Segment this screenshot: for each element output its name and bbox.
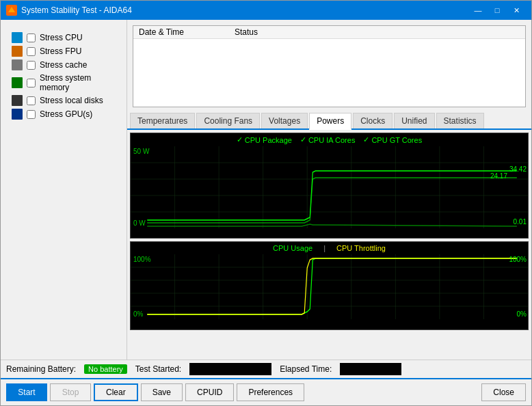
start-button[interactable]: Start — [6, 383, 47, 401]
legend-cpu-usage-label: CPU Usage — [273, 244, 312, 252]
upper-y-bottom: 0 W — [133, 219, 146, 227]
stress-cache-checkbox[interactable] — [27, 61, 36, 70]
log-area: Date & Time Status — [133, 25, 526, 107]
log-status-header: Status — [235, 27, 258, 37]
legend-separator: | — [321, 244, 328, 252]
tab-temperatures[interactable]: Temperatures — [130, 113, 195, 128]
upper-chart-canvas: 50 W 0 W — [131, 146, 528, 228]
legend-cpu-throttling: CPU Throttling — [336, 244, 386, 252]
stress-disk-row: Stress local disks — [12, 94, 116, 107]
legend-cpu-gt-cores-label: CPU GT Cores — [371, 136, 422, 144]
tab-unified[interactable]: Unified — [394, 113, 434, 128]
lower-value-top: 100% — [509, 256, 527, 263]
log-header: Date & Time Status — [133, 26, 525, 39]
elapsed-time-value — [340, 363, 401, 375]
stress-cpu-row: Stress CPU — [12, 31, 116, 44]
tab-powers[interactable]: Powers — [309, 113, 351, 130]
remaining-battery-label: Remaining Battery: — [6, 364, 76, 374]
test-started-value — [189, 363, 271, 375]
lower-y-top: 100% — [133, 256, 151, 263]
stress-disk-checkbox[interactable] — [27, 96, 36, 105]
tab-statistics[interactable]: Statistics — [436, 113, 484, 128]
maximize-button[interactable]: □ — [488, 3, 507, 17]
stress-cache-row: Stress cache — [12, 58, 116, 72]
mem-icon — [12, 77, 23, 88]
lower-chart-canvas: 100% 0% — [131, 254, 528, 319]
fpu-icon — [12, 46, 23, 57]
battery-value: No battery — [84, 364, 127, 374]
tab-cooling-fans[interactable]: Cooling Fans — [196, 113, 260, 128]
stress-fpu-label: Stress FPU — [40, 46, 81, 56]
legend-cpu-gt-cores: ✓ CPU GT Cores — [363, 135, 422, 144]
minimize-button[interactable]: — — [468, 3, 488, 17]
legend-cpu-usage: CPU Usage — [273, 244, 312, 252]
title-bar-controls: — □ ✕ — [468, 3, 526, 17]
cpuid-button[interactable]: CPUID — [185, 383, 234, 401]
right-panel: Date & Time Status Temperatures Cooling … — [127, 20, 531, 360]
stress-fpu-row: Stress FPU — [12, 44, 116, 58]
legend-cpu-package: ✓ CPU Package — [237, 135, 292, 144]
window-title: System Stability Test - AIDA64 — [21, 5, 132, 15]
legend-cpu-ia-cores: ✓ CPU IA Cores — [300, 135, 355, 144]
tab-voltages[interactable]: Voltages — [261, 113, 308, 128]
stress-cpu-label: Stress CPU — [40, 33, 83, 42]
lower-y-bottom: 0% — [133, 310, 143, 318]
preferences-button[interactable]: Preferences — [237, 383, 304, 401]
lower-value-bottom: 0% — [517, 310, 527, 318]
legend-cpu-throttling-label: CPU Throttling — [336, 244, 386, 252]
tab-bar: Temperatures Cooling Fans Voltages Power… — [127, 113, 531, 130]
title-bar: System Stability Test - AIDA64 — □ ✕ — [1, 1, 531, 20]
close-button[interactable]: Close — [481, 383, 526, 401]
log-date-header: Date & Time — [139, 27, 235, 37]
bottom-bar: Start Stop Clear Save CPUID Preferences … — [1, 378, 531, 405]
stop-button[interactable]: Stop — [50, 383, 91, 401]
stress-fpu-checkbox[interactable] — [27, 47, 36, 56]
app-icon — [6, 5, 17, 16]
title-bar-left: System Stability Test - AIDA64 — [6, 5, 132, 16]
stress-mem-label: Stress system memory — [40, 73, 116, 92]
left-panel: Stress CPU Stress FPU Stress cache Stres… — [1, 20, 127, 360]
clear-button[interactable]: Clear — [94, 383, 138, 401]
checkbox-list: Stress CPU Stress FPU Stress cache Stres… — [6, 25, 121, 126]
lower-chart: CPU Usage | CPU Throttling 100% 0% — [130, 241, 529, 330]
stress-gpu-label: Stress GPU(s) — [40, 109, 92, 119]
upper-value-top2: 24.17 — [490, 172, 507, 180]
upper-value-bottom: 0.01 — [514, 218, 527, 226]
panel-main: Stress CPU Stress FPU Stress cache Stres… — [1, 20, 531, 360]
elapsed-time-label: Elapsed Time: — [280, 364, 332, 374]
stress-disk-label: Stress local disks — [40, 96, 103, 105]
chart-area: ✓ CPU Package ✓ CPU IA Cores ✓ CPU GT Co… — [127, 130, 531, 360]
gpu-icon — [12, 109, 23, 120]
close-window-button[interactable]: ✕ — [507, 3, 526, 17]
svg-marker-0 — [8, 7, 15, 12]
disk-icon — [12, 95, 23, 106]
main-window: System Stability Test - AIDA64 — □ ✕ Str… — [0, 0, 532, 406]
stress-cache-label: Stress cache — [40, 60, 87, 70]
upper-chart-legend: ✓ CPU Package ✓ CPU IA Cores ✓ CPU GT Co… — [131, 133, 528, 146]
cache-icon — [12, 59, 23, 70]
stress-mem-row: Stress system memory — [12, 72, 116, 94]
tab-clocks[interactable]: Clocks — [353, 113, 393, 128]
stress-gpu-checkbox[interactable] — [27, 110, 36, 119]
legend-cpu-package-label: CPU Package — [245, 136, 292, 144]
lower-chart-legend: CPU Usage | CPU Throttling — [131, 242, 528, 254]
upper-y-top: 50 W — [133, 148, 149, 155]
status-bar: Remaining Battery: No battery Test Start… — [1, 360, 531, 378]
stress-cpu-checkbox[interactable] — [27, 33, 36, 42]
bottom-buttons-left: Start Stop Clear Save CPUID Preferences — [6, 383, 304, 401]
test-started-label: Test Started: — [135, 364, 181, 374]
stress-gpu-row: Stress GPU(s) — [12, 107, 116, 121]
legend-cpu-ia-cores-label: CPU IA Cores — [308, 136, 355, 144]
cpu-icon — [12, 32, 23, 43]
stress-mem-checkbox[interactable] — [27, 79, 36, 87]
upper-chart: ✓ CPU Package ✓ CPU IA Cores ✓ CPU GT Co… — [130, 133, 529, 239]
save-button[interactable]: Save — [141, 383, 183, 401]
upper-value-top: 34.42 — [509, 165, 527, 173]
